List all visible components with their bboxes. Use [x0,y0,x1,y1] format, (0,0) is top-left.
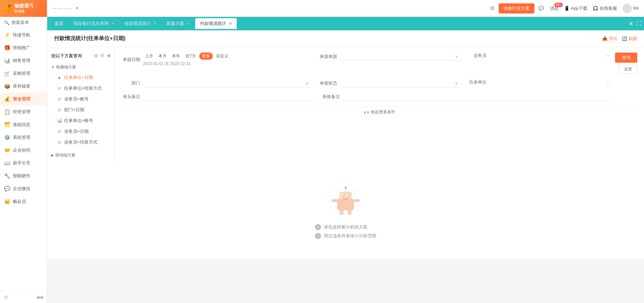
staff-account-icon: ⊞ [57,96,62,102]
scheme-header-icons: ⊕ ⚙ ◀ [94,53,110,59]
voucher-status-select[interactable]: ∨ [340,79,461,87]
scheme-item-staff-settle[interactable]: ⊞ 业务员+结算方式 [47,137,114,148]
scheme-settings-icon[interactable]: ⚙ [100,53,105,59]
unit-settle-icon: ⊞ [57,86,62,91]
sidebar-item-finance[interactable]: 💰 资金管理 [0,93,47,105]
date-btn-last-month[interactable]: 上月 [143,53,155,60]
app-download[interactable]: 📱 App下载 [564,5,587,11]
sidebar-item-quick-nav[interactable]: ⚡ 快捷导航 [0,29,47,41]
notifications[interactable]: 💬 99+ 消息 [538,5,559,11]
footer-settings-icon[interactable]: ⚙ [4,295,8,300]
mobile-section-label: 移动端方案 [55,152,76,158]
tab-receipt-stats[interactable]: 收款情况统计 ✕ [120,18,161,29]
scheme-collapse-icon[interactable]: ◀ [107,53,110,59]
dept-date-icon: ⊞ [57,107,62,113]
svg-rect-6 [331,199,337,202]
scheme-item-unit-settle[interactable]: ⊞ 往来单位+结算方式 [47,83,114,94]
sidebar-item-operation[interactable]: 📋 经营管理 [0,105,47,118]
topbar-title-area: — — — — ▼ [53,6,486,11]
scheme-item-unit-date[interactable]: ● 往来单位+日期 [47,72,114,83]
step2-text: 用过滤条件来缩小分析范围 [324,233,376,239]
field-dept: 部门 ∨ [121,79,312,87]
scheme-add-icon[interactable]: ⊕ [94,53,98,59]
scheme-section-mobile-title[interactable]: ▶ 移动端方案 [47,150,114,160]
company-name: — — — — [53,6,72,11]
empty-illustration [325,185,366,219]
unit-ellipsis[interactable]: ··· [606,79,610,85]
date-btn-more[interactable]: 更多 [199,53,213,60]
date-btn-this-month[interactable]: 本月 [156,53,169,60]
source-select[interactable]: ∨ [340,53,461,61]
unit-account-icon: 📊 [57,118,62,123]
logo-sub: 标准版 [14,9,33,14]
scheme-item-unit-account[interactable]: 📊 往来单位+账号 [47,115,114,126]
staff-ellipsis[interactable]: ··· [606,53,610,59]
sidebar-item-hardware[interactable]: 🔧 智能硬件 [0,170,47,182]
date-btn-7days[interactable]: 近7天 [183,53,198,60]
tab-new-scheme-close[interactable]: ✕ [187,22,190,26]
tab-new-scheme[interactable]: 新建方案 ✕ [162,18,195,29]
topbar-dropdown-icon[interactable]: ▼ [75,6,79,11]
scheme-item-staff-date[interactable]: ⊞ 业务员+日期 [47,126,114,137]
query-btn[interactable]: 查询 [615,53,637,63]
main-area: — — — — ▼ ⚙ 体验行业方案 💬 99+ 消息 📱 App下载 🎧 在线… [47,0,644,303]
tab-payment-stats[interactable]: 付款情况统计 ✕ [195,18,237,29]
scheme-item-dept-date[interactable]: ⊞ 部门+日期 [47,104,114,115]
collapse-conditions-btn[interactable]: ∧∧ 收起更多条件 [121,106,637,118]
topbar-settings-icon[interactable]: ⚙ [490,5,495,11]
sidebar-item-label: 企业协同 [13,147,30,153]
date-label: 单据日期 [121,57,140,63]
online-service[interactable]: 🎧 在线客服 [593,5,617,11]
field-date: 单据日期 上月 本月 本年 近7天 更多 自定义 2022-01-01 至 20… [121,53,312,67]
sidebar-item-label: 营销推广 [13,45,30,51]
sidebar-item-inventory[interactable]: 📦 库存核算 [0,80,47,93]
refresh-btn[interactable]: 🔄 刷新 [622,36,637,42]
date-btn-custom[interactable]: 自定义 [214,53,230,60]
guide-icon: 📖 [4,160,10,166]
sidebar-item-cooperation[interactable]: 🤝 企业协同 [0,144,47,157]
date-btn-this-year[interactable]: 本年 [170,53,182,60]
close-window-icon[interactable]: ✕ [629,21,633,27]
tab-payment-stats-close[interactable]: ✕ [229,22,232,26]
hardware-icon: 🔧 [4,173,10,179]
user-info[interactable]: Rit [622,4,639,13]
dept-select[interactable]: ∨ [143,79,312,87]
tab-bank-flow-close[interactable]: ✕ [111,22,114,26]
footer-collapse-icon[interactable]: ◀◀ [36,295,43,300]
sidebar-item-marketing[interactable]: 🎁 营销推广 [0,41,47,54]
sidebar-item-vip[interactable]: 👑 畅会员 [0,195,47,208]
header-note-input[interactable] [143,93,314,101]
tab-home-label: 首页 [55,21,63,27]
tab-home[interactable]: 首页 [50,18,68,29]
body-note-input[interactable] [343,93,610,101]
tab-receipt-stats-close[interactable]: ✕ [153,22,156,26]
maximize-icon[interactable]: ⛶ [636,21,641,27]
sidebar-item-label: 新手引导 [13,160,30,166]
staff-date-label: 业务员+日期 [64,128,89,134]
scheme-section-pc-title[interactable]: ▼ 电脑端方案 [47,62,114,72]
sidebar-item-purchase[interactable]: 🛒 采购管理 [0,67,47,80]
tab-payment-stats-label: 付款情况统计 [200,21,226,27]
empty-state: 1 请先选择要分析的方案 2 用过滤条件来缩小分析范围 [47,165,644,259]
sidebar-item-system[interactable]: ⚙️ 系统管理 [0,131,47,144]
sidebar-footer: ⚙ ◀◀ [0,291,47,303]
page-header: 付款情况统计(往来单位+日期) 📤 导出 🔄 刷新 [47,30,644,47]
app-download-label: App下载 [571,5,587,11]
mobile-section-arrow: ▶ [51,153,54,157]
settings-btn[interactable]: 设置 [619,65,637,74]
user-name: Rit [633,6,639,11]
scheme-item-staff-account[interactable]: ⊞ 业务员+账号 [47,94,114,104]
sidebar-item-label: 采购管理 [13,70,30,77]
logo-name: 畅捷通巧 [14,3,33,9]
sidebar-item-basic-info[interactable]: 🗂️ 基础信息 [0,118,47,131]
tab-bank-flow[interactable]: 现金银行流水查询 ✕ [69,18,119,29]
sidebar-item-sales[interactable]: 📊 销售管理 [0,54,47,67]
scheme-header: 按以下方案查询 ⊕ ⚙ ◀ [47,51,114,61]
trial-btn[interactable]: 体验行业方案 [499,3,534,13]
sidebar-item-wechat[interactable]: 💬 企业微信 [0,182,47,195]
sidebar-search[interactable]: 🔍 搜索菜单 [0,17,47,29]
sidebar-item-guide[interactable]: 📖 新手引导 [0,157,47,170]
export-btn[interactable]: 📤 导出 [602,36,618,42]
dept-label: 部门 [121,80,140,86]
system-icon: ⚙️ [4,134,10,141]
